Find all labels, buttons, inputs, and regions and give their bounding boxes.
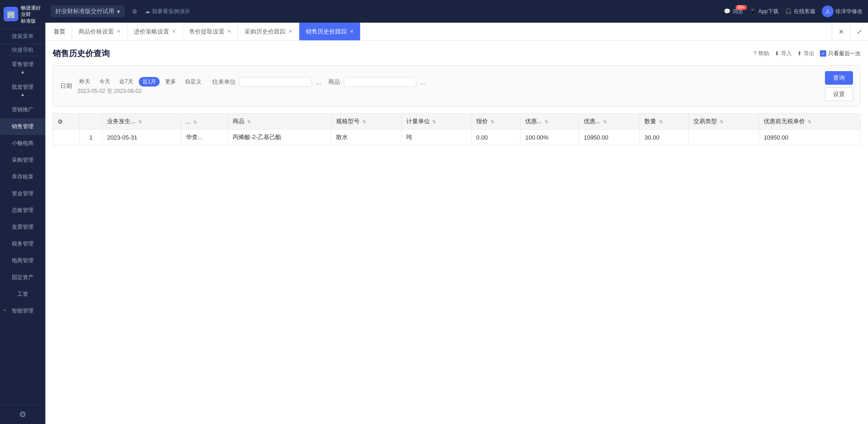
- header-gear-btn[interactable]: ⚙: [128, 5, 141, 18]
- tab-label: 进价策略设置: [134, 28, 169, 36]
- product-label: 商品: [328, 78, 340, 86]
- cell-price: 0.00: [472, 130, 521, 145]
- tab-home[interactable]: 首页: [47, 23, 72, 41]
- query-btn[interactable]: 查询: [825, 71, 853, 85]
- sort-icon: ⇅: [491, 119, 494, 124]
- tab-close-icon[interactable]: ✕: [288, 29, 293, 34]
- close-tab-btn[interactable]: ✕: [832, 23, 850, 41]
- message-btn[interactable]: 💬 消息 99+: [724, 8, 743, 15]
- th-product[interactable]: 商品 ⇅: [228, 114, 332, 130]
- app-selector[interactable]: 好业财标准版交付试用 ▾: [51, 5, 125, 17]
- sidebar-item-label: 批发管理: [12, 83, 34, 91]
- search-menu[interactable]: 搜索菜单: [0, 29, 45, 44]
- sort-icon: ⇅: [432, 119, 436, 124]
- dropdown-icon: ▾: [117, 8, 120, 15]
- sidebar-item-wholesale[interactable]: 批发管理 ▲: [0, 79, 45, 101]
- demo-btn[interactable]: ☁ 我要看实例演示: [145, 8, 190, 15]
- app-download-btn[interactable]: 📱 App下载: [750, 8, 779, 15]
- only-last-checkbox[interactable]: ✓ 只看最后一次: [820, 50, 861, 58]
- date-opt-custom[interactable]: 自定义: [181, 77, 205, 87]
- help-btn[interactable]: ? 帮助: [753, 50, 769, 58]
- th-discount2[interactable]: 优惠... ⇅: [579, 114, 640, 130]
- import-icon: ⬇: [775, 50, 779, 57]
- sidebar-item-ecommerce[interactable]: 电商管理: [0, 252, 45, 269]
- source-input[interactable]: [239, 77, 312, 87]
- cell-trade-type: [689, 130, 759, 145]
- tab-purchase-history[interactable]: 采购历史价跟踪 ✕: [238, 23, 299, 41]
- export-btn[interactable]: ⬆ 导出: [797, 50, 814, 58]
- user-info[interactable]: 人 徐泽华修改: [822, 5, 863, 17]
- th-gear[interactable]: ⚙: [53, 114, 80, 130]
- tab-close-icon[interactable]: ✕: [117, 29, 121, 34]
- sidebar-item-inventory[interactable]: 库存核算: [0, 169, 45, 185]
- sort-icon: ⇅: [545, 119, 548, 124]
- sidebar-item-label: 采购管理: [12, 156, 34, 164]
- tab-label: 售价提取设置: [189, 28, 224, 36]
- sidebar-item-retail[interactable]: 零售管理 ▲: [0, 56, 45, 79]
- sidebar-item-finance[interactable]: 资金管理: [0, 185, 45, 202]
- sort-icon: ⇅: [138, 119, 142, 124]
- sidebar-item-label: 发票管理: [12, 223, 34, 231]
- sidebar: 🏢 畅捷通好业财 标准版 搜索菜单 快捷导航 零售管理 ▲ 批发管理 ▲ 营销推…: [0, 0, 45, 424]
- sidebar-item-ledger[interactable]: 总账管理: [0, 202, 45, 219]
- date-label: 日期: [60, 82, 72, 90]
- setting-btn[interactable]: 设置: [825, 87, 853, 101]
- tab-label: 商品价格设置: [78, 28, 114, 36]
- th-pretax[interactable]: 优惠前无税单价 ⇅: [759, 114, 860, 130]
- th-spec[interactable]: 规格型号 ⇅: [332, 114, 401, 130]
- sidebar-settings-btn[interactable]: ⚙: [0, 405, 45, 424]
- sidebar-item-label: 小畅电商: [12, 140, 34, 147]
- th-more[interactable]: ... ⇅: [181, 114, 228, 130]
- data-table: ⚙ 业务发生... ⇅ ... ⇅ 商品 ⇅ 规格型号: [53, 113, 861, 145]
- th-trade-type[interactable]: 交易类型 ⇅: [689, 114, 759, 130]
- sidebar-item-marketing[interactable]: 营销推广: [0, 101, 45, 118]
- th-date[interactable]: 业务发生... ⇅: [102, 114, 181, 130]
- sidebar-item-assets[interactable]: 固定资产: [0, 269, 45, 286]
- sidebar-item-ecommerce-small[interactable]: 小畅电商: [0, 135, 45, 152]
- top-header-left: 好业财标准版交付试用 ▾ ⚙ ☁ 我要看实例演示: [51, 5, 190, 18]
- sidebar-item-sales[interactable]: 销售管理: [0, 118, 45, 135]
- page-actions: ? 帮助 ⬇ 导入 ⬆ 导出 ✓ 只看最后一次: [753, 50, 861, 58]
- th-qty[interactable]: 数量 ⇅: [640, 114, 689, 130]
- tab-price-settings[interactable]: 商品价格设置 ✕: [72, 23, 127, 41]
- table-row[interactable]: 1 2023-05-31 华查... 丙烯酸-2-乙基己酯 散水 吨 0.00 …: [53, 130, 861, 145]
- tab-close-icon[interactable]: ✕: [350, 29, 354, 34]
- sidebar-item-purchase[interactable]: 采购管理: [0, 152, 45, 169]
- cell-spec: 散水: [332, 130, 401, 145]
- gear-icon: ⚙: [58, 118, 63, 125]
- tab-end-actions: ✕ ⤢: [832, 23, 868, 41]
- sidebar-item-label: 总账管理: [12, 207, 34, 214]
- tab-sale-history[interactable]: 销售历史价跟踪 ✕: [299, 23, 361, 41]
- sidebar-item-tax[interactable]: 税务管理: [0, 236, 45, 252]
- date-opt-yesterday[interactable]: 昨天: [76, 77, 94, 87]
- cell-check: [53, 130, 80, 145]
- quick-nav[interactable]: 快捷导航: [0, 44, 45, 56]
- product-dots-btn[interactable]: ...: [420, 78, 425, 86]
- th-unit[interactable]: 计量单位 ⇅: [401, 114, 471, 130]
- demo-label: 我要看实例演示: [152, 8, 190, 15]
- product-input[interactable]: [344, 77, 416, 87]
- tab-purchase-strategy[interactable]: 进价策略设置 ✕: [127, 23, 183, 41]
- th-price[interactable]: 报价 ⇅: [472, 114, 521, 130]
- source-dots-btn[interactable]: ...: [316, 78, 321, 86]
- cell-more: 华查...: [181, 130, 228, 145]
- sidebar-item-smart[interactable]: ● 智能管理: [0, 303, 45, 319]
- date-opt-last1m[interactable]: 近1月: [139, 77, 160, 87]
- date-opt-today[interactable]: 今天: [96, 77, 114, 87]
- tab-close-icon[interactable]: ✕: [227, 29, 231, 34]
- sidebar-item-invoice[interactable]: 发票管理: [0, 219, 45, 236]
- tab-close-icon[interactable]: ✕: [172, 29, 176, 34]
- date-opt-last7[interactable]: 近7天: [116, 77, 137, 87]
- source-label: 往来单位: [212, 78, 236, 86]
- online-service-btn[interactable]: 🎧 在线客服: [785, 8, 815, 15]
- sidebar-item-label: 营销推广: [12, 106, 34, 114]
- import-btn[interactable]: ⬇ 导入: [775, 50, 792, 58]
- sidebar-item-label: 税务管理: [12, 240, 34, 248]
- date-opt-more[interactable]: 更多: [161, 77, 180, 87]
- top-header: 好业财标准版交付试用 ▾ ⚙ ☁ 我要看实例演示 💬 消息 99+ 📱 App下…: [45, 0, 868, 23]
- th-discount1[interactable]: 优惠... ⇅: [521, 114, 579, 130]
- tab-sale-extract[interactable]: 售价提取设置 ✕: [183, 23, 238, 41]
- maximize-tab-btn[interactable]: ⤢: [850, 23, 868, 41]
- cell-discount1: 100.00%: [521, 130, 579, 145]
- sidebar-item-payroll[interactable]: 工资: [0, 286, 45, 303]
